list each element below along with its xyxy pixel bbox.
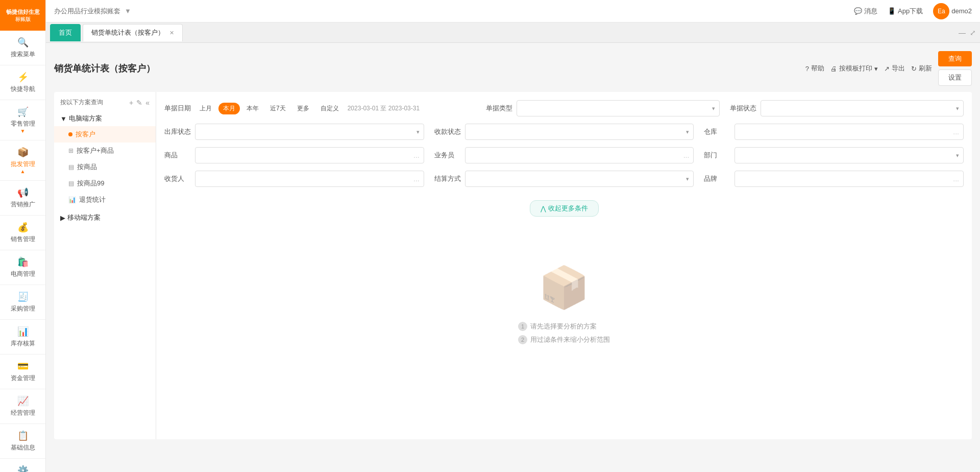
salesperson-label: 业务员	[434, 151, 465, 160]
sidebar-item-purchase[interactable]: 🧾 采购管理	[0, 285, 46, 320]
user-name: demo2	[951, 7, 972, 15]
breadcrumb: 办公用品行业模拟账套	[54, 7, 120, 16]
scheme-item-goods-99[interactable]: ▤ 按商品99	[54, 175, 156, 192]
date-chip-more[interactable]: 更多	[292, 103, 314, 114]
scheme-header: 按以下方案查询 + ✎ «	[54, 98, 156, 111]
filter-goods: 商品 ...	[164, 147, 424, 163]
sidebar-item-wholesale[interactable]: 📦 批发管理 ▲	[0, 140, 46, 181]
brand-dots: ...	[953, 175, 959, 183]
order-type-label: 单据类型	[486, 104, 517, 113]
date-chip-custom[interactable]: 自定义	[316, 103, 344, 114]
logo: 畅捷信好生意 标账版	[0, 0, 46, 31]
bar-icon: 📊	[68, 196, 76, 203]
maximize-button[interactable]: ⤢	[970, 29, 976, 37]
scheme-item-return-stat[interactable]: 📊 退货统计	[54, 192, 156, 208]
scheme-add-icon[interactable]: +	[129, 99, 133, 107]
page-title: 销货单统计表（按客户）	[54, 62, 155, 75]
mobile-group-arrow: ▶	[60, 214, 65, 222]
recipient-label: 收货人	[164, 174, 195, 183]
receipt-status-control[interactable]: ▾	[465, 124, 694, 140]
sidebar-item-finance[interactable]: 💳 资金管理	[0, 355, 46, 389]
brand-control[interactable]: ...	[734, 171, 964, 187]
collapse-button[interactable]: ⋀ 收起更多条件	[530, 200, 599, 217]
tab-home[interactable]: 首页	[50, 24, 81, 41]
system-icon: ⚙️	[17, 465, 29, 472]
order-status-control[interactable]: ▾	[761, 100, 964, 116]
filter-order-type: 单据类型 ▾	[486, 100, 720, 116]
date-chip-this-month[interactable]: 本月	[218, 103, 240, 114]
print-icon: 🖨	[830, 65, 837, 73]
help-button[interactable]: ? 帮助	[805, 64, 824, 73]
department-control[interactable]: ▾	[734, 147, 964, 163]
scheme-header-actions: + ✎ «	[129, 99, 150, 107]
user-menu[interactable]: Ea demo2	[933, 3, 972, 19]
sidebar-item-marketing[interactable]: 📢 营销推广	[0, 181, 46, 216]
sidebar-item-search[interactable]: 🔍 搜索菜单	[0, 31, 46, 65]
sidebar-item-operation[interactable]: 📈 经营管理	[0, 389, 46, 424]
out-status-control[interactable]: ▾	[195, 124, 424, 140]
print-label: 按模板打印	[839, 64, 872, 73]
print-template-button[interactable]: 🖨 按模板打印 ▾	[830, 64, 878, 73]
quick-nav-icon: ⚡	[17, 72, 29, 83]
date-chips: 上月 本月 本年 近7天 更多 自定义	[195, 103, 344, 114]
sidebar-item-quick-nav[interactable]: ⚡ 快捷导航	[0, 65, 46, 100]
filter-row-3: 商品 ... 业务员 ... 部门	[164, 147, 964, 163]
scheme-title: 按以下方案查询	[60, 98, 103, 107]
scheme-item-by-customer[interactable]: 按客户	[54, 126, 156, 143]
scheme-item-customer-goods[interactable]: ⊞ 按客户+商品	[54, 143, 156, 159]
scheme-item-by-goods-label: 按商品	[77, 162, 97, 172]
payment-method-control[interactable]: ▾	[465, 171, 694, 187]
query-button[interactable]: 查询	[938, 51, 972, 66]
minimize-button[interactable]: —	[959, 29, 966, 37]
salesperson-control[interactable]: ...	[465, 147, 694, 163]
tab-home-label: 首页	[59, 28, 72, 37]
scheme-group-pc-title[interactable]: ▼ 电脑端方案	[54, 111, 156, 126]
collapse-area: ⋀ 收起更多条件	[164, 194, 964, 223]
sidebar-item-inventory[interactable]: 📊 库存核算	[0, 320, 46, 355]
order-type-control[interactable]: ▾	[517, 100, 720, 116]
scheme-edit-icon[interactable]: ✎	[136, 99, 142, 107]
tip-num-2: 2	[518, 335, 527, 344]
filter-warehouse: 仓库 ...	[704, 124, 964, 140]
header-right: 💬 消息 📱 App下载 Ea demo2	[854, 3, 972, 19]
search-icon: 🔍	[17, 37, 29, 48]
breadcrumb-arrow[interactable]: ▼	[125, 7, 131, 15]
scheme-item-by-goods[interactable]: ▤ 按商品	[54, 159, 156, 175]
tab-close-button[interactable]: ✕	[169, 30, 174, 36]
filter-panel: 单据日期 上月 本月 本年 近7天 更多 自定义 2023-03-01 至 20…	[156, 92, 972, 439]
date-chip-last-month[interactable]: 上月	[195, 103, 216, 114]
recipient-control[interactable]: ...	[195, 171, 424, 187]
sidebar-item-ecommerce[interactable]: 🛍️ 电商管理	[0, 250, 46, 285]
out-status-label: 出库状态	[164, 127, 195, 136]
filter-recipient: 收货人 ...	[164, 171, 424, 187]
wholesale-expand-icon: ▲	[20, 169, 26, 174]
setting-button[interactable]: 设置	[938, 69, 972, 86]
refresh-button[interactable]: ↻ 刷新	[911, 64, 932, 73]
scheme-item-return-stat-label: 退货统计	[79, 195, 106, 204]
empty-state: 📦 1 请先选择要分析的方案 2 用过滤条件来缩小分析范围	[164, 223, 964, 385]
app-download-button[interactable]: 📱 App下载	[888, 7, 923, 16]
app-download-icon: 📱	[888, 7, 896, 15]
tab-sales-stat[interactable]: 销货单统计表（按客户） ✕	[83, 24, 183, 41]
sidebar-item-sales[interactable]: 💰 销售管理	[0, 216, 46, 250]
marketing-icon: 📢	[17, 187, 29, 198]
scheme-group-mobile-title[interactable]: ▶ 移动端方案	[54, 210, 156, 225]
payment-method-label: 结算方式	[434, 174, 465, 183]
scheme-item-goods-99-label: 按商品99	[77, 179, 104, 188]
sidebar-item-basic[interactable]: 📋 基础信息	[0, 424, 46, 459]
goods-control[interactable]: ...	[195, 147, 424, 163]
table-icon-2: ▤	[68, 180, 74, 187]
sidebar-item-retail[interactable]: 🛒 零售管理 ▼	[0, 100, 46, 140]
date-chip-this-year[interactable]: 本年	[242, 103, 263, 114]
export-button[interactable]: ↗ 导出	[884, 64, 905, 73]
inventory-icon: 📊	[17, 326, 29, 337]
payment-method-chevron: ▾	[686, 176, 689, 182]
message-button[interactable]: 💬 消息	[854, 7, 877, 16]
receipt-status-chevron: ▾	[686, 129, 689, 135]
filter-date: 单据日期 上月 本月 本年 近7天 更多 自定义 2023-03-01 至 20…	[164, 103, 476, 114]
sidebar-item-system[interactable]: ⚙️ 系统管理	[0, 459, 46, 472]
warehouse-control[interactable]: ...	[734, 124, 964, 140]
logo-text: 畅捷信好生意	[6, 8, 40, 16]
date-chip-last-7[interactable]: 近7天	[265, 103, 290, 114]
scheme-collapse-icon[interactable]: «	[145, 99, 150, 107]
